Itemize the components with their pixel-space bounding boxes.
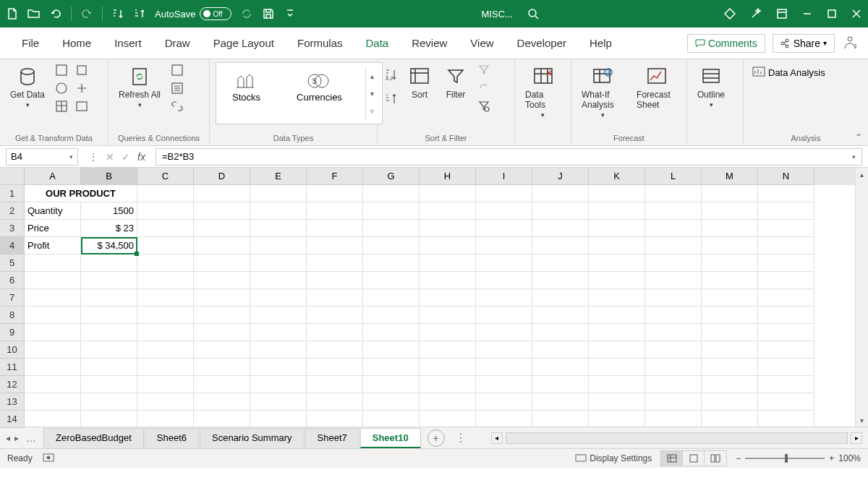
horizontal-scrollbar[interactable]: ◂▸ (491, 432, 862, 444)
cell-E2[interactable] (250, 202, 307, 220)
cell-H13[interactable] (420, 393, 476, 411)
row-header-1[interactable]: 1 (0, 185, 25, 202)
sort-button[interactable]: Sort (404, 62, 435, 103)
cell-C3[interactable] (137, 220, 194, 237)
cell-I5[interactable] (476, 254, 532, 272)
cell-N1[interactable] (758, 185, 814, 202)
get-data-button[interactable]: Get Data▾ (6, 62, 49, 111)
cell-G10[interactable] (363, 341, 420, 359)
edit-links-icon[interactable] (169, 98, 185, 114)
cell-G4[interactable] (363, 237, 420, 254)
currencies-button[interactable]: $ Currencies (284, 67, 355, 119)
col-header-E[interactable]: E (250, 168, 307, 185)
cell-N14[interactable] (758, 411, 814, 427)
cell-G5[interactable] (363, 254, 420, 272)
cell-M8[interactable] (702, 307, 758, 324)
cell-C13[interactable] (137, 393, 194, 411)
sheet-nav-more-icon[interactable]: … (19, 432, 43, 444)
cell-N4[interactable] (758, 237, 814, 254)
cell-N12[interactable] (758, 376, 814, 393)
cell-K2[interactable] (589, 202, 645, 220)
cell-B13[interactable] (81, 393, 137, 411)
ribbon-mode-icon[interactable] (775, 7, 788, 20)
cell-H4[interactable] (420, 237, 476, 254)
new-file-icon[interactable] (6, 7, 19, 20)
cell-L10[interactable] (645, 341, 702, 359)
cell-K3[interactable] (589, 220, 645, 237)
cell-M14[interactable] (702, 411, 758, 427)
cell-M10[interactable] (702, 341, 758, 359)
cell-C2[interactable] (137, 202, 194, 220)
cell-B14[interactable] (81, 411, 137, 427)
cell-E14[interactable] (250, 411, 307, 427)
cell-M7[interactable] (702, 289, 758, 307)
sheet-tab-sheet6[interactable]: Sheet6 (145, 428, 199, 448)
save-icon[interactable] (262, 7, 275, 20)
recent-sources-icon[interactable] (74, 62, 90, 78)
sheet-tab-sheet7[interactable]: Sheet7 (305, 428, 359, 448)
data-tools-button[interactable]: Data Tools▾ (521, 62, 565, 121)
name-box[interactable]: B4▾ (6, 148, 78, 166)
cell-I12[interactable] (476, 376, 532, 393)
tab-page-layout[interactable]: Page Layout (202, 33, 286, 53)
tab-help[interactable]: Help (578, 33, 624, 53)
cell-J2[interactable] (532, 202, 589, 220)
cell-E1[interactable] (250, 185, 307, 202)
close-icon[interactable] (851, 8, 862, 20)
cell-A5[interactable] (25, 254, 81, 272)
cell-A9[interactable] (25, 324, 81, 341)
cell-J7[interactable] (532, 289, 589, 307)
cell-M4[interactable] (702, 237, 758, 254)
col-header-D[interactable]: D (194, 168, 250, 185)
tab-home[interactable]: Home (51, 33, 103, 53)
col-header-G[interactable]: G (363, 168, 420, 185)
cell-I9[interactable] (476, 324, 532, 341)
cell-L14[interactable] (645, 411, 702, 427)
tab-insert[interactable]: Insert (103, 33, 153, 53)
filter-button[interactable]: Filter (440, 62, 472, 103)
cell-L1[interactable] (645, 185, 702, 202)
sort-desc-button[interactable] (383, 91, 399, 107)
cell-H12[interactable] (420, 376, 476, 393)
queries-icon[interactable] (169, 62, 185, 78)
cell-A7[interactable] (25, 289, 81, 307)
data-analysis-button[interactable]: Data Analysis (749, 65, 828, 80)
fbar-more-icon[interactable]: ⋮ (88, 151, 98, 163)
cell-A11[interactable] (25, 359, 81, 376)
existing-conn-icon[interactable] (74, 80, 90, 96)
cell-N2[interactable] (758, 202, 814, 220)
normal-view-button[interactable] (661, 451, 683, 466)
cell-B5[interactable] (81, 254, 137, 272)
cell-E11[interactable] (250, 359, 307, 376)
tab-formulas[interactable]: Formulas (286, 33, 354, 53)
tab-split-icon[interactable]: ⋮ (445, 431, 477, 445)
zoom-out-icon[interactable]: − (736, 453, 741, 463)
cell-E13[interactable] (250, 393, 307, 411)
search-icon[interactable] (527, 8, 539, 20)
cell-C14[interactable] (137, 411, 194, 427)
cell-H6[interactable] (420, 272, 476, 289)
cell-K5[interactable] (589, 254, 645, 272)
cell-G12[interactable] (363, 376, 420, 393)
cell-I14[interactable] (476, 411, 532, 427)
cell-F10[interactable] (307, 341, 363, 359)
refresh-all-button[interactable]: Refresh All▾ (114, 62, 165, 111)
cell-J9[interactable] (532, 324, 589, 341)
cell-N6[interactable] (758, 272, 814, 289)
cell-C12[interactable] (137, 376, 194, 393)
cell-L6[interactable] (645, 272, 702, 289)
cell-B3[interactable]: $ 23 (81, 220, 137, 237)
cell-H9[interactable] (420, 324, 476, 341)
cell-C10[interactable] (137, 341, 194, 359)
cell-G8[interactable] (363, 307, 420, 324)
cell-C9[interactable] (137, 324, 194, 341)
vertical-scrollbar[interactable]: ▴▾ (855, 168, 868, 427)
cell-L3[interactable] (645, 220, 702, 237)
cell-B4[interactable]: $ 34,500 (81, 237, 137, 254)
datatype-more-icon[interactable]: ▿ (366, 102, 379, 119)
cell-D10[interactable] (194, 341, 250, 359)
cell-F8[interactable] (307, 307, 363, 324)
cell-A8[interactable] (25, 307, 81, 324)
cell-N11[interactable] (758, 359, 814, 376)
cell-D9[interactable] (194, 324, 250, 341)
